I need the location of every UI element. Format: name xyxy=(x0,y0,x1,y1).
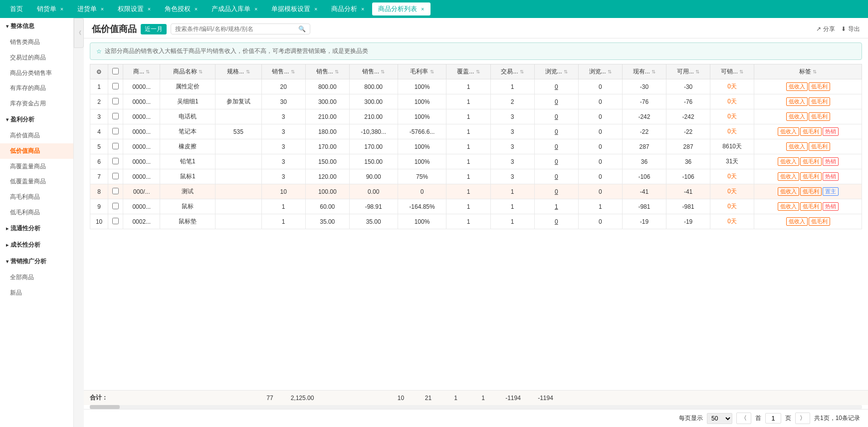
name-col-header[interactable]: 商品名称 ⇅ xyxy=(160,64,216,79)
search-input[interactable] xyxy=(175,25,298,32)
browse2-col-header[interactable]: 浏览... ⇅ xyxy=(578,64,622,79)
sales1-col-header[interactable]: 销售... ⇅ xyxy=(261,64,305,79)
browse-link[interactable]: 0 xyxy=(555,113,558,120)
sales2-col-header[interactable]: 销售... ⇅ xyxy=(305,64,349,79)
checkbox-cell[interactable] xyxy=(108,124,123,139)
code-col-header[interactable]: 商... ⇅ xyxy=(123,64,160,79)
row-checkbox[interactable] xyxy=(112,83,119,89)
sidebar-section-overall[interactable]: ▾ 整体信息 xyxy=(0,18,73,34)
settings-col-header[interactable]: ⚙ xyxy=(90,64,108,79)
row-checkbox[interactable] xyxy=(112,113,119,119)
sales3-col-header[interactable]: 销售... ⇅ xyxy=(349,64,398,79)
sidebar-item-category-sales[interactable]: 商品分类销售率 xyxy=(0,65,73,81)
code-cell: 0000... xyxy=(123,199,160,214)
row-checkbox[interactable] xyxy=(112,188,119,194)
sidebar-item-new-products[interactable]: 新品 xyxy=(0,285,73,301)
share-button[interactable]: ↗ 分享 xyxy=(816,25,835,33)
time-badge[interactable]: 近一月 xyxy=(141,24,167,34)
sidebar-section-growth[interactable]: ▸ 成长性分析 xyxy=(0,237,73,253)
sidebar-item-high-value[interactable]: 高价值商品 xyxy=(0,128,73,143)
margin-col-header[interactable]: 毛利率 ⇅ xyxy=(398,64,446,79)
sidebar-section-profit[interactable]: ▾ 盈利分析 xyxy=(0,111,73,128)
browse2-cell: 0 xyxy=(578,214,622,229)
row-checkbox[interactable] xyxy=(112,143,119,149)
row-checkbox[interactable] xyxy=(112,158,119,164)
row-checkbox[interactable] xyxy=(112,98,119,104)
nav-purchase[interactable]: 进货单 × xyxy=(71,2,110,15)
nav-permissions[interactable]: 权限设置 × xyxy=(112,2,157,15)
browse-link[interactable]: 0 xyxy=(555,188,558,195)
nav-product-warehouse-close[interactable]: × xyxy=(254,6,257,12)
first-page-button[interactable]: 〈 xyxy=(736,413,751,424)
sidebar-item-low-margin[interactable]: 低毛利商品 xyxy=(0,205,73,220)
export-button[interactable]: ⬇ 导出 xyxy=(841,25,860,33)
checkbox-col-header[interactable] xyxy=(108,64,123,79)
checkbox-cell[interactable] xyxy=(108,94,123,109)
checkbox-cell[interactable] xyxy=(108,214,123,229)
sales2-cell: 170.00 xyxy=(305,139,349,154)
nav-roles-close[interactable]: × xyxy=(195,6,198,12)
browse-link[interactable]: 0 xyxy=(555,143,558,150)
nav-purchase-close[interactable]: × xyxy=(101,6,104,12)
row-checkbox[interactable] xyxy=(112,173,119,179)
sidebar-collapse-button[interactable]: 《 xyxy=(74,18,84,48)
per-page-select[interactable]: 50 20 100 xyxy=(707,413,732,424)
checkbox-cell[interactable] xyxy=(108,109,123,124)
nav-product-analysis-list[interactable]: 商品分析列表 × xyxy=(372,2,430,15)
sidebar-item-high-coverage[interactable]: 高覆盖量商品 xyxy=(0,159,73,174)
search-icon[interactable]: 🔍 xyxy=(298,25,306,32)
sidebar-section-circulation[interactable]: ▸ 流通性分析 xyxy=(0,220,73,237)
row-checkbox[interactable] xyxy=(112,218,119,224)
sidebar-item-high-margin[interactable]: 高毛利商品 xyxy=(0,189,73,205)
sidebar-item-all-products[interactable]: 全部商品 xyxy=(0,270,73,285)
sidebar-item-sales-products[interactable]: 销售类商品 xyxy=(0,34,73,50)
next-page-button[interactable]: 〉 xyxy=(795,413,810,424)
nav-permissions-close[interactable]: × xyxy=(148,6,151,12)
nav-template[interactable]: 单据模板设置 × xyxy=(265,2,323,15)
sidebar-item-low-value[interactable]: 低价值商品 xyxy=(0,143,73,159)
nav-roles[interactable]: 角色授权 × xyxy=(159,2,204,15)
checkbox-cell[interactable] xyxy=(108,79,123,94)
checkbox-cell[interactable] xyxy=(108,169,123,184)
checkbox-cell[interactable] xyxy=(108,139,123,154)
nav-template-close[interactable]: × xyxy=(314,6,317,12)
browse-link[interactable]: 0 xyxy=(555,158,558,165)
sidebar-item-stock-capital[interactable]: 库存资金占用 xyxy=(0,96,73,111)
horizontal-scrollbar[interactable] xyxy=(90,405,862,409)
nav-product-warehouse[interactable]: 产成品入库单 × xyxy=(206,2,263,15)
checkbox-cell[interactable] xyxy=(108,184,123,199)
page-number-input[interactable] xyxy=(765,413,781,424)
page-title: 低价值商品 xyxy=(92,23,137,35)
nav-sales-close[interactable]: × xyxy=(60,6,63,12)
sidebar-item-low-coverage[interactable]: 低覆盖量商品 xyxy=(0,174,73,189)
browse-link[interactable]: 1 xyxy=(555,203,558,210)
nav-product-analysis-close[interactable]: × xyxy=(361,6,364,12)
browse-link[interactable]: 0 xyxy=(555,173,558,180)
checkbox-cell[interactable] xyxy=(108,154,123,169)
nav-home[interactable]: 首页 xyxy=(4,2,29,15)
browse1-col-header[interactable]: 浏览... ⇅ xyxy=(534,64,578,79)
browse-link[interactable]: 0 xyxy=(555,128,558,135)
tags-col-header[interactable]: 标签 ⇅ xyxy=(754,64,862,79)
browse-link[interactable]: 0 xyxy=(555,218,558,225)
available-cell: -22 xyxy=(666,124,710,139)
nav-product-analysis[interactable]: 商品分析 × xyxy=(325,2,370,15)
checkbox-cell[interactable] xyxy=(108,199,123,214)
nav-product-analysis-list-close[interactable]: × xyxy=(421,6,424,12)
sidebar-item-stock-products[interactable]: 有库存的商品 xyxy=(0,80,73,96)
available-col-header[interactable]: 可用... ⇅ xyxy=(666,64,710,79)
row-checkbox[interactable] xyxy=(112,203,119,209)
nav-sales[interactable]: 销货单 × xyxy=(31,2,69,15)
trade-col-header[interactable]: 交易... ⇅ xyxy=(490,64,534,79)
browse-link[interactable]: 0 xyxy=(555,83,558,90)
sidebar-item-traded-products[interactable]: 交易过的商品 xyxy=(0,50,73,65)
spec-col-header[interactable]: 规格... ⇅ xyxy=(216,64,261,79)
select-all-checkbox[interactable] xyxy=(112,68,119,74)
trade-cell: 3 xyxy=(490,139,534,154)
sellable-col-header[interactable]: 可销... ⇅ xyxy=(710,64,754,79)
sidebar-section-marketing[interactable]: ▾ 营销推广分析 xyxy=(0,253,73,270)
row-checkbox[interactable] xyxy=(112,128,119,134)
current-col-header[interactable]: 现有... ⇅ xyxy=(622,64,666,79)
cover-col-header[interactable]: 覆盖... ⇅ xyxy=(446,64,490,79)
browse-link[interactable]: 0 xyxy=(555,98,558,105)
